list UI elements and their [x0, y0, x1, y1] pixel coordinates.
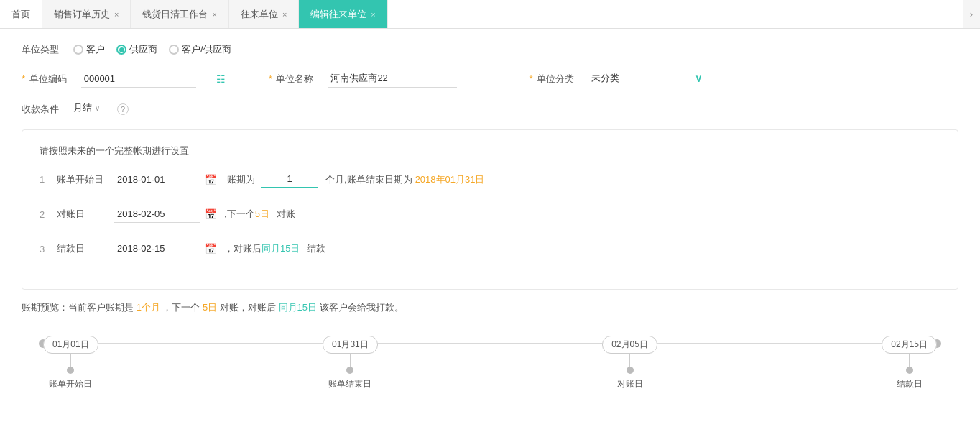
payment-date-input[interactable]	[114, 240, 200, 257]
unit-info-row: * 单位编码 ☷ * 单位名称 * 单位分类 未分类 ∨	[22, 69, 958, 88]
timeline-node-4-label: 结款日	[897, 378, 923, 390]
payment-suffix: 结款	[307, 242, 325, 255]
tab-partner-units[interactable]: 往来单位 ×	[229, 0, 299, 28]
payment-terms-dropdown[interactable]: 月结 ∨	[73, 101, 100, 116]
payment-prefix: ，对账后	[224, 242, 262, 255]
timeline-node-4-bubble: 02月15日	[882, 336, 937, 354]
payment-date-calendar-icon[interactable]: 📅	[205, 243, 217, 254]
tab-sales-order-history-label: 销售订单历史	[54, 8, 110, 21]
setting-num-2: 2	[40, 209, 57, 220]
timeline: 01月01日 账单开始日 01月31日 账单结束日 02月05日 对账日	[22, 328, 958, 412]
unit-code-label: 单位编码	[29, 73, 67, 84]
main-content: 单位类型 客户 供应商 客户/供应商 * 单位编码 ☷ * 单位名称	[0, 29, 980, 437]
reconcile-prefix: ,下一个	[224, 208, 255, 221]
unit-code-star: *	[22, 73, 25, 84]
timeline-node-1-label: 账单开始日	[49, 378, 92, 390]
timeline-node-3-bubble: 02月05日	[602, 336, 657, 354]
radio-both-label: 客户/供应商	[182, 43, 231, 56]
unit-name-star: *	[269, 73, 272, 84]
tab-home-label: 首页	[11, 8, 30, 21]
unit-category-star: *	[529, 73, 532, 84]
payment-terms-help-icon[interactable]: ?	[117, 104, 129, 115]
setting-num-3: 3	[40, 244, 57, 254]
timeline-node-1: 01月01日 账单开始日	[43, 336, 98, 390]
period-input[interactable]	[261, 170, 318, 188]
unit-category-label-star: * 单位分类	[529, 73, 574, 86]
payment-terms-arrow-icon: ∨	[95, 104, 100, 112]
tab-cash-work[interactable]: 钱货日清工作台 ×	[131, 0, 228, 28]
timeline-node-3-line	[629, 354, 630, 367]
payment-terms-row: 收款条件 月结 ∨ ?	[22, 101, 958, 116]
setting-label-3: 结款日	[57, 242, 114, 255]
timeline-node-4-dot	[906, 367, 913, 374]
timeline-node-3-label: 对账日	[617, 378, 643, 390]
timeline-node-3-dot	[627, 367, 634, 374]
preview-item2: 5日	[203, 302, 217, 313]
unit-category-value: 未分类	[591, 72, 692, 85]
unit-name-label: 单位名称	[276, 73, 313, 84]
unit-type-label: 单位类型	[22, 43, 59, 56]
end-date-highlight: 2018年01月31日	[415, 173, 485, 186]
tab-sales-order-history[interactable]: 销售订单历史 ×	[42, 0, 131, 28]
payment-terms-value: 月结	[73, 101, 92, 114]
setting-num-1: 1	[40, 174, 57, 185]
timeline-node-1-bubble: 01月01日	[43, 336, 98, 354]
timeline-node-1-line	[70, 354, 71, 367]
tab-cash-work-close[interactable]: ×	[212, 10, 216, 19]
timeline-node-2: 01月31日 账单结束日	[323, 336, 378, 390]
timeline-node-1-dot	[67, 367, 74, 374]
unit-type-row: 单位类型 客户 供应商 客户/供应商	[22, 43, 958, 56]
setting-label-1: 账单开始日	[57, 173, 114, 186]
unit-category-label: 单位分类	[537, 73, 574, 84]
radio-both[interactable]: 客户/供应商	[169, 43, 231, 56]
preview-item1: 1个月	[137, 302, 160, 313]
radio-supplier-circle	[116, 45, 126, 55]
tab-partner-units-close[interactable]: ×	[282, 10, 287, 19]
setting-row-1: 1 账单开始日 📅 账期为 个月,账单结束日期为 2018年01月31日	[40, 170, 940, 188]
preview-mid2: 对账，对账后	[220, 302, 276, 313]
preview-mid1: ，下一个	[162, 302, 200, 313]
reconcile-suffix: 对账	[277, 208, 295, 221]
reconcile-day-highlight: 5日	[255, 208, 269, 221]
timeline-node-2-label: 账单结束日	[328, 378, 371, 390]
reconcile-date-calendar-icon[interactable]: 📅	[205, 208, 217, 220]
period-prefix: 账期为	[227, 173, 255, 186]
payment-terms-label: 收款条件	[22, 103, 59, 116]
radio-customer[interactable]: 客户	[73, 43, 105, 56]
preview-section: 账期预览：当前客户账期是 1个月 ，下一个 5日 对账，对账后 同月15日 该客…	[22, 290, 958, 412]
copy-icon[interactable]: ☷	[216, 73, 226, 85]
radio-supplier-label: 供应商	[129, 43, 157, 56]
radio-both-circle	[169, 45, 179, 55]
preview-suffix: 该客户会给我打款。	[320, 302, 404, 313]
radio-customer-label: 客户	[86, 43, 105, 56]
preview-item3: 同月15日	[279, 302, 317, 313]
payment-day-highlight: 同月15日	[262, 242, 300, 255]
tab-cash-work-label: 钱货日清工作台	[142, 8, 208, 21]
start-date-calendar-icon[interactable]: 📅	[205, 174, 217, 185]
tab-overflow-arrow[interactable]: ›	[963, 0, 980, 28]
unit-type-radio-group: 客户 供应商 客户/供应商	[73, 43, 231, 56]
tab-sales-order-history-close[interactable]: ×	[114, 10, 119, 19]
unit-name-input[interactable]	[328, 70, 457, 88]
preview-text: 账期预览：当前客户账期是 1个月 ，下一个 5日 对账，对账后 同月15日 该客…	[22, 301, 958, 314]
unit-code-input[interactable]	[81, 70, 196, 88]
timeline-node-3: 02月05日 对账日	[602, 336, 657, 390]
tab-home[interactable]: 首页	[0, 0, 42, 28]
tab-edit-partner-label: 编辑往来单位	[310, 8, 366, 21]
radio-supplier[interactable]: 供应商	[116, 43, 157, 56]
unit-code-label-star: * 单位编码	[22, 73, 67, 86]
tab-partner-units-label: 往来单位	[241, 8, 278, 21]
unit-category-select[interactable]: 未分类 ∨	[588, 69, 705, 88]
period-suffix: 个月,账单结束日期为	[325, 173, 412, 186]
tab-edit-partner[interactable]: 编辑往来单位 ×	[299, 0, 387, 28]
unit-name-label-star: * 单位名称	[269, 73, 314, 86]
setting-row-3: 3 结款日 📅 ，对账后 同月15日 结款	[40, 240, 940, 257]
timeline-nodes: 01月01日 账单开始日 01月31日 账单结束日 02月05日 对账日	[43, 336, 937, 390]
start-date-input[interactable]	[114, 171, 200, 188]
setting-row-2: 2 对账日 📅 ,下一个 5日 对账	[40, 206, 940, 223]
tab-edit-partner-close[interactable]: ×	[371, 10, 375, 19]
reconcile-date-input[interactable]	[114, 206, 200, 223]
radio-customer-circle	[73, 45, 83, 55]
settings-box: 请按照未来的一个完整帐期进行设置 1 账单开始日 📅 账期为 个月,账单结束日期…	[22, 129, 958, 290]
unit-category-dropdown-icon: ∨	[695, 73, 702, 84]
